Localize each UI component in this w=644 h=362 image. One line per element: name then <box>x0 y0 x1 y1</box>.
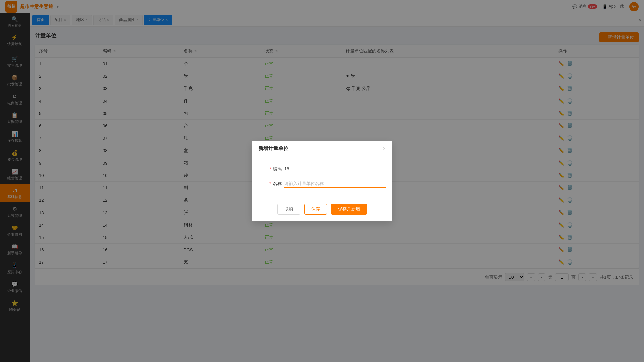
modal-body: * 编码 * 名称 <box>252 157 392 200</box>
save-new-button[interactable]: 保存并新增 <box>331 204 367 215</box>
name-input[interactable] <box>284 180 386 188</box>
modal-title: 新增计量单位 <box>258 145 288 152</box>
cancel-button[interactable]: 取消 <box>277 204 300 215</box>
name-required-mark: * <box>269 181 271 186</box>
modal-header: 新增计量单位 × <box>252 141 392 157</box>
modal-overlay[interactable]: 新增计量单位 × * 编码 * 名称 取消 保存 保存并新增 <box>0 0 644 362</box>
code-form-row: * 编码 <box>258 165 386 173</box>
save-button[interactable]: 保存 <box>304 204 327 215</box>
name-form-row: * 名称 <box>258 180 386 188</box>
code-label: * 编码 <box>258 166 282 172</box>
name-label: * 名称 <box>258 181 282 187</box>
code-input[interactable] <box>284 165 386 173</box>
code-required-mark: * <box>269 166 271 171</box>
modal-close-button[interactable]: × <box>383 146 386 152</box>
modal-footer: 取消 保存 保存并新增 <box>252 200 392 221</box>
add-measure-modal: 新增计量单位 × * 编码 * 名称 取消 保存 保存并新增 <box>252 141 392 221</box>
